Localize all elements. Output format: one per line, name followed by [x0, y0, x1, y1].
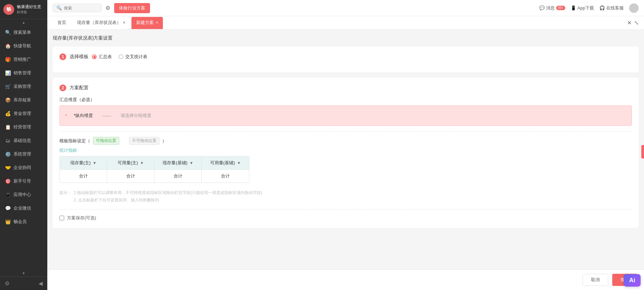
- sidebar-item-quick-nav[interactable]: 🏠 快捷导航: [0, 39, 47, 53]
- user-avatar[interactable]: [629, 3, 639, 13]
- tab-new-plan-label: 新建方案: [136, 20, 154, 26]
- sidebar-item-system[interactable]: ⚙️ 系统管理: [0, 147, 47, 161]
- app-edition: 标准版: [17, 10, 41, 15]
- sidebar-item-label: 营销推广: [14, 56, 31, 63]
- side-panel-handle[interactable]: [641, 145, 644, 159]
- tab-inventory-close-icon[interactable]: ×: [123, 20, 125, 25]
- col1-body: 合计: [60, 169, 107, 183]
- col4-body: 合计: [202, 169, 249, 183]
- speaker-icon[interactable]: ◀: [39, 280, 43, 287]
- sidebar-item-label: 经营管理: [14, 124, 31, 130]
- sidebar-scroll-down[interactable]: ▼: [0, 270, 47, 276]
- search-input[interactable]: [64, 6, 98, 10]
- sidebar-item-label: 系统管理: [14, 151, 31, 157]
- inventory-icon: 📦: [5, 97, 11, 103]
- col3-body: 合计: [154, 169, 202, 183]
- trial-industry-button[interactable]: 体验行业方案: [114, 3, 150, 13]
- step2-title: 方案配置: [70, 85, 89, 91]
- sidebar-item-basic-info[interactable]: 🗂 基础信息: [0, 134, 47, 147]
- message-item[interactable]: 💬 消息 99+: [539, 5, 565, 11]
- message-badge: 99+: [556, 6, 565, 10]
- sidebar-item-sales[interactable]: 📊 销售管理: [0, 66, 47, 80]
- cancel-button[interactable]: 取消: [583, 274, 608, 286]
- tab-home[interactable]: 首页: [53, 17, 71, 29]
- tabs-bar: 首页 现存量（库存状况表） × 新建方案 × ✕ ⤡: [47, 16, 644, 30]
- col1-label: 现存量(主): [70, 160, 91, 166]
- stats-table: 现存量(主) ▼ 可用量(主) ▼ 现存量(基辅) ▼ 可用量(基辅): [59, 156, 249, 183]
- purchase-icon: 🛒: [5, 83, 11, 90]
- sidebar-item-inventory[interactable]: 📦 库存核算: [0, 93, 47, 107]
- tips-area: 提示： 1.拖动标题栏可以调整布局，不可跨维度或指标区域拖动栏目字段(只能在同一…: [59, 189, 632, 204]
- ai-badge[interactable]: Ai: [624, 274, 641, 287]
- sidebar-item-label: 新手引导: [14, 178, 31, 184]
- indicator-label-text: 模板指标设定（: [59, 138, 90, 144]
- stats-table-header: 现存量(主) ▼ 可用量(主) ▼ 现存量(基辅) ▼ 可用量(基辅): [60, 156, 249, 169]
- sidebar-item-new-guide[interactable]: 🎯 新手引导: [0, 174, 47, 188]
- tab-inventory-status[interactable]: 现存量（库存状况表） ×: [72, 17, 130, 29]
- online-service-label: 在线客服: [606, 5, 624, 11]
- app-download-item[interactable]: 📱 App下载: [571, 5, 594, 11]
- logo-icon: 畅: [3, 4, 14, 15]
- sidebar-item-wechat[interactable]: 💬 企业微信: [0, 201, 47, 215]
- page-title: 现存量(库存状况表)方案设置: [53, 35, 639, 41]
- dimension-required-label: *纵向维度: [74, 113, 93, 119]
- sidebar-item-marketing[interactable]: 🎁 营销推广: [0, 53, 47, 66]
- col3-chevron-icon: ▼: [190, 161, 193, 165]
- sidebar-item-label: 采购管理: [14, 83, 31, 90]
- step1-badge: 1: [59, 53, 66, 60]
- col4-header[interactable]: 可用量(基辅) ▼: [202, 156, 249, 169]
- col2-chevron-icon: ▼: [140, 161, 144, 165]
- settings-icon[interactable]: ⚙: [5, 280, 9, 287]
- tab-new-plan-close-icon[interactable]: ×: [156, 20, 158, 25]
- sidebar-item-operations[interactable]: 📋 经营管理: [0, 120, 47, 134]
- radio-cross[interactable]: 交叉统计表: [119, 54, 147, 60]
- close-tab-button[interactable]: ✕: [627, 20, 631, 26]
- draggable-badge: 可拖动位置: [93, 137, 119, 145]
- dimension-dash: ——: [102, 113, 111, 118]
- dimension-placeholder[interactable]: 请选择分组维度: [121, 113, 151, 119]
- online-service-item[interactable]: 🎧 在线客服: [599, 5, 624, 11]
- tip1-text: 1.拖动标题栏可以调整布局，不可跨维度或指标区域拖动栏目字段(只能在同一维度或指…: [74, 189, 262, 197]
- radio-summary-label: 汇总表: [99, 54, 112, 60]
- sidebar-item-purchase[interactable]: 🛒 采购管理: [0, 80, 47, 93]
- col2-label: 可用量(主): [118, 160, 138, 166]
- col1-header[interactable]: 现存量(主) ▼: [60, 156, 107, 169]
- sidebar-item-label: 应用中心: [14, 192, 31, 198]
- sidebar-item-search-menu[interactable]: 🔍 搜索菜单: [0, 26, 47, 39]
- col4-chevron-icon: ▼: [237, 161, 241, 165]
- sidebar-item-enterprise[interactable]: 🤝 企业协同: [0, 161, 47, 174]
- tab-home-label: 首页: [57, 20, 66, 26]
- app-center-icon: 📱: [5, 192, 11, 198]
- save-area: 方案保存(可选): [59, 215, 632, 221]
- indicator-label: 模板指标设定（ 可拖动位置 不可拖动位置 ）: [59, 137, 632, 145]
- tab-new-plan[interactable]: 新建方案 ×: [131, 17, 163, 29]
- resize-tab-button[interactable]: ⤡: [634, 20, 639, 26]
- search-box[interactable]: 🔍: [53, 4, 101, 12]
- col3-header[interactable]: 现存量(基辅) ▼: [154, 156, 202, 169]
- radio-summary[interactable]: 汇总表: [92, 54, 112, 60]
- tip2: 提示： 2. 点击标题栏下拉可设置排序、插入列和删除列: [59, 197, 632, 204]
- topbar: 🔍 ⚙ 体验行业方案 💬 消息 99+ 📱 App下载 🎧 在线客服: [47, 0, 644, 16]
- sidebar-item-label: 库存核算: [14, 97, 31, 103]
- sidebar-scroll-up[interactable]: ▲: [0, 19, 47, 26]
- sidebar-item-finance[interactable]: 💰 资金管理: [0, 107, 47, 120]
- col2-header[interactable]: 可用量(主) ▼: [107, 156, 154, 169]
- divider: [59, 131, 632, 131]
- sidebar-item-app-center[interactable]: 📱 应用中心: [0, 188, 47, 201]
- sidebar-item-membership[interactable]: 👑 畅会员: [0, 215, 47, 228]
- settings-gear-icon[interactable]: ⚙: [105, 5, 110, 11]
- sidebar-item-label: 企业微信: [14, 205, 31, 211]
- page-content: 现存量(库存状况表)方案设置 1 选择模板 汇总表 交叉统计表: [47, 30, 644, 290]
- new-guide-icon: 🎯: [5, 178, 11, 184]
- app-name: 畅康通好生意: [17, 4, 41, 10]
- quick-nav-icon: 🏠: [5, 43, 11, 49]
- dimension-required-area: * *纵向维度 —— 请选择分组维度: [59, 105, 632, 126]
- step2-badge: 2: [59, 84, 66, 91]
- search-icon: 🔍: [56, 5, 62, 10]
- search-menu-icon: 🔍: [5, 29, 11, 35]
- finance-icon: 💰: [5, 111, 11, 117]
- save-checkbox[interactable]: [59, 216, 64, 220]
- operations-icon: 📋: [5, 124, 11, 130]
- main-area: 🔍 ⚙ 体验行业方案 💬 消息 99+ 📱 App下载 🎧 在线客服: [47, 0, 644, 290]
- step2-header: 2 方案配置: [59, 84, 632, 91]
